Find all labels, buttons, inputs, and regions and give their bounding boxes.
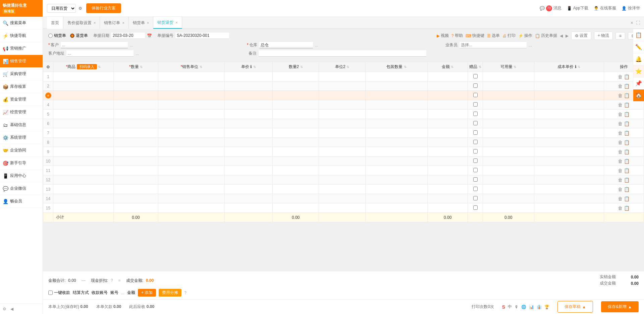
cell-cost-12[interactable] [534, 175, 604, 185]
cell-pkg-15[interactable] [365, 203, 427, 213]
cell-price-8[interactable] [225, 138, 273, 147]
cell-product-15[interactable] [53, 203, 114, 213]
radio-sales-input[interactable] [48, 34, 53, 38]
sidebar-item-operation[interactable]: 📈经营管理 [0, 106, 43, 119]
remark-input[interactable] [259, 50, 426, 57]
cell-cost-14[interactable] [534, 194, 604, 203]
print-btn[interactable]: 🖨 打印 [502, 33, 516, 39]
cell-unit2-12[interactable] [319, 175, 365, 185]
cell-gift-13[interactable] [468, 185, 483, 194]
address-dots-btn[interactable]: ... [136, 51, 139, 56]
maximize-icon[interactable]: ⛶ [636, 20, 640, 25]
tab-1[interactable]: 售价提取设置× [63, 17, 100, 29]
cell-available-5[interactable] [483, 110, 534, 119]
cell-unit-8[interactable] [158, 138, 224, 147]
delete-row-icon-9[interactable]: 🗑 [618, 149, 623, 154]
cell-available-15[interactable] [483, 203, 534, 213]
cell-available-9[interactable] [483, 147, 534, 156]
cell-product-13[interactable] [53, 185, 114, 194]
tab-close-4[interactable]: × [175, 20, 177, 24]
right-panel-item-4[interactable]: ⭐ [633, 65, 644, 77]
sort-gift-icon[interactable]: ⇅ [479, 65, 481, 69]
sidebar-item-finance[interactable]: 💰资金管理 [0, 93, 43, 106]
cell-gift-9[interactable] [468, 147, 483, 156]
sidebar-item-wechat[interactable]: 💬企业微信 [0, 182, 43, 195]
cell-pkg-8[interactable] [365, 138, 427, 147]
address-input[interactable] [66, 50, 133, 57]
cell-amount-15[interactable] [428, 203, 468, 213]
topbar-settings-icon[interactable]: ⚙ [78, 6, 82, 11]
copy-row-icon-9[interactable]: 📋 [624, 149, 630, 154]
salesperson-dots-btn[interactable]: ... [529, 43, 532, 48]
cell-price-10[interactable] [225, 156, 273, 166]
cell-qty-6[interactable] [114, 119, 158, 128]
cell-gift-5[interactable] [468, 110, 483, 119]
sidebar-item-search[interactable]: 🔍搜索菜单 [0, 17, 43, 29]
cell-price-5[interactable] [225, 110, 273, 119]
cell-gift-11[interactable] [468, 166, 483, 175]
customer-input[interactable] [61, 42, 128, 48]
online-service-area[interactable]: 👨‍💼 在线客服 [594, 5, 616, 11]
close-all-tabs-icon[interactable]: × [631, 20, 633, 25]
sidebar-item-basic[interactable]: 🗂基础信息 [0, 119, 43, 131]
cell-cost-1[interactable] [534, 72, 604, 81]
cell-amount-13[interactable] [428, 185, 468, 194]
cell-qty2-4[interactable] [272, 100, 319, 110]
sidebar-item-newbie[interactable]: 🎯新手引导 [0, 157, 43, 170]
copy-row-icon-2[interactable]: 📋 [624, 83, 630, 89]
delete-row-icon-12[interactable]: 🗑 [618, 177, 623, 183]
cell-gift-6[interactable] [468, 119, 483, 128]
cell-price-11[interactable] [225, 166, 273, 175]
cell-price-12[interactable] [225, 175, 273, 185]
cell-pkg-6[interactable] [365, 119, 427, 128]
cell-available-6[interactable] [483, 119, 534, 128]
right-panel-item-1[interactable]: 📋 [633, 29, 644, 41]
copy-row-icon-11[interactable]: 📋 [624, 168, 630, 173]
cell-product-7[interactable] [53, 128, 114, 138]
sort-cost-icon[interactable]: ⇅ [578, 65, 580, 69]
cell-qty-13[interactable] [114, 185, 158, 194]
add-row-btn-3[interactable]: + [45, 92, 51, 99]
cell-unit2-14[interactable] [319, 194, 365, 203]
right-panel-item-2[interactable]: ✏️ [633, 41, 644, 53]
video-btn[interactable]: ▶ 视频 [437, 33, 449, 39]
delete-row-icon-10[interactable]: 🗑 [618, 159, 623, 164]
cell-unit-11[interactable] [158, 166, 224, 175]
cell-qty2-2[interactable] [272, 81, 319, 91]
fee-help-icon[interactable]: ? [184, 291, 186, 295]
cell-product-4[interactable] [53, 100, 114, 110]
cell-unit2-5[interactable] [319, 110, 365, 119]
cell-gift-2[interactable] [468, 81, 483, 91]
cell-amount-4[interactable] [428, 100, 468, 110]
cell-unit2-11[interactable] [319, 166, 365, 175]
copy-row-icon-10[interactable]: 📋 [624, 159, 630, 164]
account-dots-btn[interactable]: ... [121, 291, 124, 295]
sort-pkg-icon[interactable]: ⇅ [404, 65, 407, 69]
cell-unit2-7[interactable] [319, 128, 365, 138]
cell-price-7[interactable] [225, 128, 273, 138]
cell-unit2-15[interactable] [319, 203, 365, 213]
save-draft-btn[interactable]: 保存草稿 ▲ [557, 301, 593, 313]
sort-qty2-icon[interactable]: ⇅ [300, 65, 303, 69]
cell-amount-5[interactable] [428, 110, 468, 119]
user-area[interactable]: 👤 徐泽华 [622, 5, 640, 11]
settings-btn[interactable]: ⚙ 设置 [571, 32, 591, 40]
tab-4[interactable]: 销货退货× [153, 17, 182, 29]
cell-amount-9[interactable] [428, 147, 468, 156]
gift-checkbox-11[interactable] [473, 168, 478, 172]
sort-amount-icon[interactable]: ⇅ [451, 65, 453, 69]
cell-available-13[interactable] [483, 185, 534, 194]
sort-unit2-icon[interactable]: ⇅ [346, 65, 349, 69]
cell-price-9[interactable] [225, 147, 273, 156]
tab-close-1[interactable]: × [94, 21, 96, 25]
discount-help-icon[interactable]: ? [111, 278, 113, 283]
gift-checkbox-2[interactable] [473, 83, 478, 88]
cell-gift-3[interactable] [468, 91, 483, 100]
cell-product-5[interactable] [53, 110, 114, 119]
date-input[interactable] [111, 33, 145, 39]
cell-amount-10[interactable] [428, 156, 468, 166]
cell-available-11[interactable] [483, 166, 534, 175]
cell-unit2-6[interactable] [319, 119, 365, 128]
cell-unit-14[interactable] [158, 194, 224, 203]
delete-row-icon-8[interactable]: 🗑 [618, 140, 623, 145]
